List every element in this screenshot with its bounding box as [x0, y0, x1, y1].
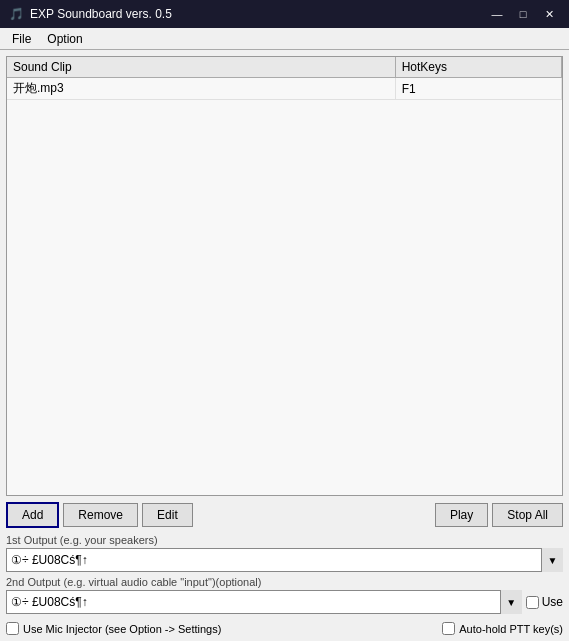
cell-clip-name: 开炮.mp3 [7, 78, 395, 100]
minimize-button[interactable]: — [485, 4, 509, 24]
title-bar-controls: — □ ✕ [485, 4, 561, 24]
menu-file[interactable]: File [4, 30, 39, 48]
menu-bar: File Option [0, 28, 569, 50]
auto-hold-text: Auto-hold PTT key(s) [459, 623, 563, 635]
output2-section: 2nd Output (e.g. virtual audio cable "in… [6, 576, 563, 614]
use-label-text: Use [542, 595, 563, 609]
window-body: Sound Clip HotKeys 开炮.mp3 F1 Add Remove … [0, 50, 569, 641]
menu-option[interactable]: Option [39, 30, 90, 48]
bottom-row: Use Mic Injector (see Option -> Settings… [6, 622, 563, 635]
title-bar-text: EXP Soundboard vers. 0.5 [30, 7, 172, 21]
stop-all-button[interactable]: Stop All [492, 503, 563, 527]
auto-hold-checkbox[interactable] [442, 622, 455, 635]
title-bar: 🎵 EXP Soundboard vers. 0.5 — □ ✕ [0, 0, 569, 28]
mic-injector-checkbox[interactable] [6, 622, 19, 635]
output1-select-wrapper: ①÷ £U08Cś¶↑ ▼ [6, 548, 563, 572]
play-button[interactable]: Play [435, 503, 488, 527]
column-hotkeys: HotKeys [395, 57, 561, 78]
output1-label: 1st Output (e.g. your speakers) [6, 534, 563, 546]
close-button[interactable]: ✕ [537, 4, 561, 24]
add-button[interactable]: Add [6, 502, 59, 528]
output1-section: 1st Output (e.g. your speakers) ①÷ £U08C… [6, 534, 563, 572]
mic-injector-label: Use Mic Injector (see Option -> Settings… [6, 622, 221, 635]
cell-hotkey: F1 [395, 78, 561, 100]
mic-injector-text: Use Mic Injector (see Option -> Settings… [23, 623, 221, 635]
output2-select[interactable]: ①÷ £U08Cś¶↑ [6, 590, 522, 614]
column-sound-clip: Sound Clip [7, 57, 395, 78]
buttons-row: Add Remove Edit Play Stop All [6, 502, 563, 528]
use-checkbox-label: Use [526, 595, 563, 609]
output2-label: 2nd Output (e.g. virtual audio cable "in… [6, 576, 563, 588]
edit-button[interactable]: Edit [142, 503, 193, 527]
remove-button[interactable]: Remove [63, 503, 138, 527]
restore-button[interactable]: □ [511, 4, 535, 24]
table-row[interactable]: 开炮.mp3 F1 [7, 78, 562, 100]
app-icon: 🎵 [8, 6, 24, 22]
output2-select-use-row: ①÷ £U08Cś¶↑ ▼ Use [6, 590, 563, 614]
output2-select-wrapper: ①÷ £U08Cś¶↑ ▼ [6, 590, 522, 614]
auto-hold-label: Auto-hold PTT key(s) [442, 622, 563, 635]
use-checkbox[interactable] [526, 596, 539, 609]
output1-select[interactable]: ①÷ £U08Cś¶↑ [6, 548, 563, 572]
sound-clip-table: Sound Clip HotKeys 开炮.mp3 F1 [6, 56, 563, 496]
